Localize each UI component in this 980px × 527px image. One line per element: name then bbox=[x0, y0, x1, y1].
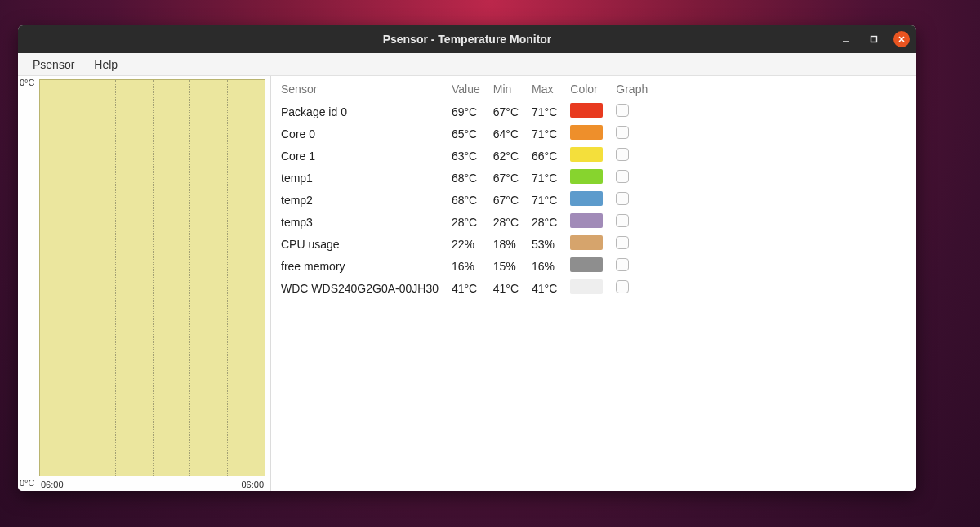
color-swatch[interactable] bbox=[570, 103, 603, 118]
sensor-min: 28°C bbox=[488, 211, 527, 233]
chart-xlabel-left: 06:00 bbox=[41, 480, 64, 489]
sensor-color-cell bbox=[565, 145, 611, 167]
svg-rect-1 bbox=[871, 37, 877, 42]
window-title: Psensor - Temperature Monitor bbox=[18, 33, 916, 46]
table-row[interactable]: free memory16%15%16% bbox=[276, 255, 656, 277]
content-area: 0°C 0°C 06:00 06:00 Sensor Value Min bbox=[18, 76, 916, 491]
app-window: Psensor - Temperature Monitor Psensor He… bbox=[18, 25, 916, 491]
graph-checkbox[interactable] bbox=[616, 192, 629, 205]
sensor-max: 71°C bbox=[527, 189, 565, 211]
sensor-graph-cell bbox=[611, 211, 656, 233]
sensor-graph-cell bbox=[611, 123, 656, 145]
titlebar[interactable]: Psensor - Temperature Monitor bbox=[18, 25, 916, 53]
sensor-max: 53% bbox=[527, 233, 565, 255]
sensor-max: 28°C bbox=[527, 211, 565, 233]
sensor-value: 68°C bbox=[447, 167, 488, 189]
sensor-min: 67°C bbox=[488, 167, 527, 189]
chart-canvas[interactable] bbox=[39, 79, 265, 476]
sensor-value: 16% bbox=[447, 255, 488, 277]
minimize-button[interactable] bbox=[838, 31, 854, 47]
sensor-color-cell bbox=[565, 277, 611, 299]
col-min[interactable]: Min bbox=[488, 79, 527, 100]
sensor-color-cell bbox=[565, 123, 611, 145]
close-button[interactable] bbox=[893, 31, 910, 47]
col-value[interactable]: Value bbox=[447, 79, 488, 100]
graph-checkbox[interactable] bbox=[616, 280, 629, 293]
sensor-graph-cell bbox=[611, 277, 656, 299]
sensor-graph-cell bbox=[611, 189, 656, 211]
col-graph[interactable]: Graph bbox=[611, 79, 656, 100]
table-row[interactable]: temp268°C67°C71°C bbox=[276, 189, 656, 211]
col-color[interactable]: Color bbox=[565, 79, 611, 100]
graph-checkbox[interactable] bbox=[616, 170, 629, 183]
chart-panel: 0°C 0°C 06:00 06:00 bbox=[18, 76, 271, 491]
sensor-name: Package id 0 bbox=[276, 100, 447, 123]
table-row[interactable]: temp168°C67°C71°C bbox=[276, 167, 656, 189]
sensor-min: 18% bbox=[488, 233, 527, 255]
sensor-color-cell bbox=[565, 100, 611, 123]
sensor-name: free memory bbox=[276, 255, 447, 277]
table-row[interactable]: Package id 069°C67°C71°C bbox=[276, 100, 656, 123]
color-swatch[interactable] bbox=[570, 257, 603, 272]
sensor-min: 41°C bbox=[488, 277, 527, 299]
color-swatch[interactable] bbox=[570, 279, 603, 294]
graph-checkbox[interactable] bbox=[616, 214, 629, 227]
table-row[interactable]: temp328°C28°C28°C bbox=[276, 211, 656, 233]
sensor-min: 15% bbox=[488, 255, 527, 277]
sensor-name: temp2 bbox=[276, 189, 447, 211]
table-row[interactable]: Core 065°C64°C71°C bbox=[276, 123, 656, 145]
graph-checkbox[interactable] bbox=[616, 148, 629, 161]
sensor-value: 22% bbox=[447, 233, 488, 255]
color-swatch[interactable] bbox=[570, 147, 603, 162]
graph-checkbox[interactable] bbox=[616, 104, 629, 117]
col-sensor[interactable]: Sensor bbox=[276, 79, 447, 100]
sensor-name: Core 1 bbox=[276, 145, 447, 167]
sensor-value: 63°C bbox=[447, 145, 488, 167]
sensor-max: 16% bbox=[527, 255, 565, 277]
sensor-graph-cell bbox=[611, 233, 656, 255]
graph-checkbox[interactable] bbox=[616, 236, 629, 249]
sensor-min: 64°C bbox=[488, 123, 527, 145]
sensor-name: CPU usage bbox=[276, 233, 447, 255]
sensor-max: 71°C bbox=[527, 100, 565, 123]
chart-ylabel-bottom: 0°C bbox=[20, 478, 34, 488]
color-swatch[interactable] bbox=[570, 191, 603, 206]
sensor-value: 69°C bbox=[447, 100, 488, 123]
chart-ylabel-top: 0°C bbox=[20, 78, 34, 87]
table-row[interactable]: CPU usage22%18%53% bbox=[276, 233, 656, 255]
sensor-name: temp1 bbox=[276, 167, 447, 189]
sensor-graph-cell bbox=[611, 145, 656, 167]
sensor-max: 41°C bbox=[527, 277, 565, 299]
sensor-color-cell bbox=[565, 255, 611, 277]
sensor-max: 71°C bbox=[527, 123, 565, 145]
table-row[interactable]: Core 163°C62°C66°C bbox=[276, 145, 656, 167]
sensor-min: 62°C bbox=[488, 145, 527, 167]
sensor-color-cell bbox=[565, 167, 611, 189]
sensor-graph-cell bbox=[611, 167, 656, 189]
color-swatch[interactable] bbox=[570, 213, 603, 228]
sensor-value: 28°C bbox=[447, 211, 488, 233]
menu-psensor[interactable]: Psensor bbox=[24, 56, 82, 73]
color-swatch[interactable] bbox=[570, 125, 603, 140]
sensor-graph-cell bbox=[611, 255, 656, 277]
table-header-row: Sensor Value Min Max Color Graph bbox=[276, 79, 656, 100]
sensor-value: 65°C bbox=[447, 123, 488, 145]
sensor-min: 67°C bbox=[488, 189, 527, 211]
table-row[interactable]: WDC WDS240G2G0A-00JH3041°C41°C41°C bbox=[276, 277, 656, 299]
color-swatch[interactable] bbox=[570, 235, 603, 250]
graph-checkbox[interactable] bbox=[616, 126, 629, 139]
sensor-graph-cell bbox=[611, 100, 656, 123]
sensor-max: 66°C bbox=[527, 145, 565, 167]
chart-xlabel-right: 06:00 bbox=[241, 480, 264, 489]
graph-checkbox[interactable] bbox=[616, 258, 629, 271]
menubar: Psensor Help bbox=[18, 53, 916, 76]
sensor-value: 41°C bbox=[447, 277, 488, 299]
sensor-table: Sensor Value Min Max Color Graph Package… bbox=[276, 79, 656, 299]
sensor-color-cell bbox=[565, 189, 611, 211]
sensor-name: temp3 bbox=[276, 211, 447, 233]
sensor-value: 68°C bbox=[447, 189, 488, 211]
menu-help[interactable]: Help bbox=[86, 56, 126, 73]
maximize-button[interactable] bbox=[866, 31, 882, 47]
col-max[interactable]: Max bbox=[527, 79, 565, 100]
color-swatch[interactable] bbox=[570, 169, 603, 184]
